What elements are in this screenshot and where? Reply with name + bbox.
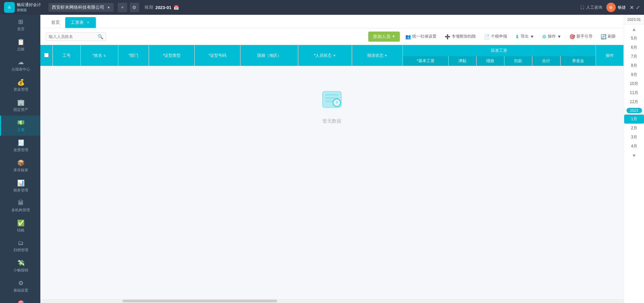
tax-label: 个税申报 [491,34,507,39]
sidebar-item-1[interactable]: 📋总账 [0,35,40,55]
tab-bar: 首页 工资表 × [40,15,624,28]
sidebar-label-2: 云报表中心 [11,67,30,72]
tab-salary-label: 工资表 [71,19,84,26]
sidebar-item-2[interactable]: ☁云报表中心 [0,55,40,75]
svg-rect-3 [325,100,333,102]
select-all-checkbox[interactable] [44,53,49,57]
add-person-button[interactable]: 添加人员 ▼ [368,32,400,42]
th-status: *人员状态 ▼ [298,45,352,66]
sidebar-item-6[interactable]: 🧾发票管理 [0,136,40,156]
salary-table: 工号 *姓名 ⇅ *部门 *证型类型 *证型号码 国籍（地区） [40,45,624,144]
sidebar-icon-2: ☁ [18,58,24,66]
month-2023-4[interactable]: 4月 [624,142,644,151]
tab-salary-close[interactable]: × [86,20,90,25]
tab-salary[interactable]: 工资表 × [65,17,96,28]
sidebar-item-9[interactable]: 🏛多机构管理 [0,196,40,216]
window-close-btn[interactable]: ✕ [630,4,634,11]
deduction-label: 专项附加扣除 [452,34,476,39]
bottom-scrollbar[interactable] [40,299,624,303]
sidebar-item-3[interactable]: 💰资金管理 [0,75,40,95]
export-btn[interactable]: ⬇ 导出 ▼ [513,32,537,41]
sidebar-label-9: 多机构管理 [11,208,30,213]
support-button[interactable]: 🎧 人工咨询 [580,5,602,10]
op-icon: ⚙ [542,34,546,39]
sidebar-icon-13: ⚙ [18,279,24,287]
sidebar-item-0[interactable]: ⊞首页 [0,15,40,35]
th-checkbox [40,45,52,66]
sidebar-icon-12: 💸 [17,259,25,267]
submit-filter-icon[interactable]: ▼ [384,54,388,57]
tab-home[interactable]: 首页 [46,17,65,28]
company-selector[interactable]: 西安虾米网络科技有限公司 ▼ [48,3,114,12]
sidebar-item-4[interactable]: 🏢固定资产 [0,95,40,116]
op-arrow: ▼ [557,34,561,39]
month-nav-up[interactable]: ▲ [630,26,639,33]
sidebar-item-13[interactable]: ⚙基础设置 [0,276,40,296]
th-idno: *证型号码 [195,45,240,66]
period-calendar-icon[interactable]: 📅 [174,5,179,10]
sidebar-item-10[interactable]: ✅结账 [0,216,40,236]
scrollbar-thumb[interactable] [122,300,277,302]
sidebar-item-11[interactable]: 🗂归档管理 [0,236,40,256]
search-icon[interactable]: 🔍 [98,34,103,39]
name-sort-icon[interactable]: ⇅ [103,54,106,57]
th-dept: *部门 [118,45,149,66]
th-status-label: *人员状态 [314,53,332,58]
month-2023-3[interactable]: 3月 [624,133,644,142]
logo-area: 会 畅应通好会计 旗舰版 [4,2,44,13]
th-total: 合计 [532,56,560,66]
sidebar-icon-7: 📦 [17,159,25,167]
month-2022-7[interactable]: 7月 [624,52,644,61]
add-button[interactable]: ＋ [118,3,127,12]
month-2022-5[interactable]: 5月 [624,34,644,43]
th-name-label: *姓名 [92,53,102,58]
sidebar-item-12[interactable]: 💸小畅报销 [0,256,40,276]
month-2023-2[interactable]: 2月 [624,124,644,133]
sidebar-item-14[interactable]: 🎯新手引导 [0,296,40,303]
special-deduction-btn[interactable]: ➕ 专项附加扣除 [442,32,479,41]
sidebar-label-1: 总账 [17,47,25,52]
period-label: 账期 [145,4,153,10]
search-input[interactable] [49,34,96,39]
month-2022-9[interactable]: 9月 [624,70,644,79]
guide-btn[interactable]: 🎯 新手引导 [567,32,595,41]
th-nationality: 国籍（地区） [240,45,298,66]
month-nav-down[interactable]: ▼ [630,152,639,159]
main-layout: ⊞首页📋总账☁云报表中心💰资金管理🏢固定资产💵工资🧾发票管理📦库存核算📊税务管理… [0,15,644,303]
th-deduction: 扣款 [504,56,532,66]
guide-icon: 🎯 [569,34,575,39]
table-wrap: 工号 *姓名 ⇅ *部门 *证型类型 *证型号码 国籍（地区） [40,45,624,299]
month-2022-8[interactable]: 8月 [624,61,644,70]
th-submit-label: 报送状态 [367,53,383,58]
period-value: 2023-01 [155,5,172,10]
sidebar-label-6: 发票管理 [13,147,28,153]
tax-report-btn[interactable]: 📄 个税申报 [481,32,510,41]
status-filter-icon[interactable]: ▼ [333,54,336,57]
sidebar-item-7[interactable]: 📦库存核算 [0,156,40,176]
search-wrap: 🔍 [46,32,106,41]
month-2022-10[interactable]: 10月 [624,79,644,88]
add-person-arrow: ▼ [392,35,395,38]
year-2023-badge: 2023 [627,108,642,113]
sidebar-icon-6: 🧾 [17,139,25,146]
sidebar-label-4: 固定资产 [13,107,28,112]
logo-text: 畅应通好会计 旗舰版 [17,2,41,12]
guide-label: 新手引导 [576,34,593,39]
month-2022-11[interactable]: 11月 [624,88,644,97]
month-2023-1[interactable]: 1月 [624,115,644,124]
refresh-btn[interactable]: 🔄 刷新 [598,32,618,41]
th-jobno: 工号 [52,45,80,66]
month-2022-6[interactable]: 6月 [624,43,644,52]
sidebar-label-7: 库存核算 [13,168,28,173]
sidebar-item-8[interactable]: 📊税务管理 [0,176,40,196]
window-maximize-btn[interactable]: ⤢ [636,5,640,10]
settings-button[interactable]: ⚙ [130,3,139,12]
social-security-btn[interactable]: 👥 统一社保设置 [403,32,439,41]
sidebar-item-5[interactable]: 💵工资 [0,116,40,136]
refresh-icon: 🔄 [601,34,606,39]
refresh-label: 刷新 [608,34,616,39]
sidebar-icon-10: ✅ [17,219,25,227]
month-2022-12[interactable]: 12月 [624,97,644,106]
sidebar-label-5: 工资 [17,127,25,132]
operation-btn[interactable]: ⚙ 操作 ▼ [539,32,564,41]
